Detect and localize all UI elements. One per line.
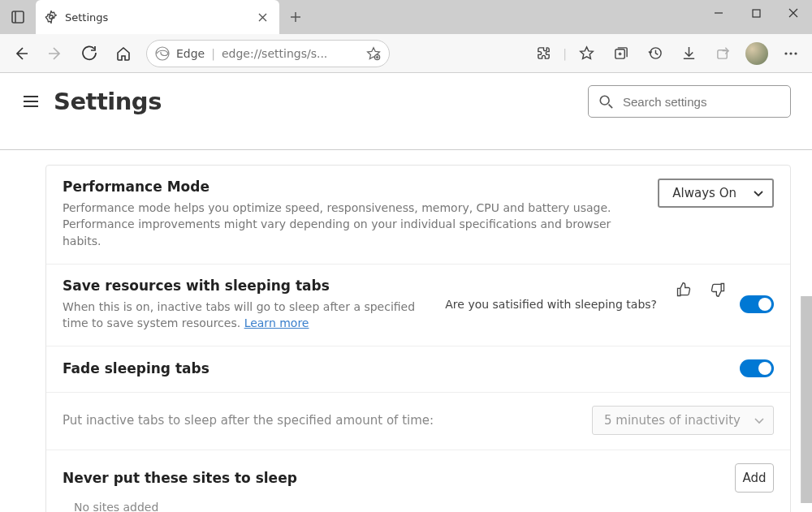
svg-point-3 (156, 47, 169, 60)
fade-tabs-toggle[interactable] (740, 359, 774, 377)
never-sleep-empty: No sites added (63, 493, 774, 512)
address-url: edge://settings/s... (222, 47, 355, 60)
sleeping-tabs-title: Save resources with sleeping tabs (63, 278, 435, 294)
favorites-button[interactable] (570, 39, 603, 68)
search-icon (598, 94, 613, 109)
svg-rect-0 (12, 11, 24, 23)
svg-point-10 (794, 52, 797, 54)
inactive-time-label: Put inactive tabs to sleep after the spe… (63, 413, 582, 428)
never-sleep-title: Never put these sites to sleep (63, 470, 725, 486)
new-tab-button[interactable] (279, 0, 312, 34)
add-site-button[interactable]: Add (735, 463, 774, 493)
downloads-button[interactable] (672, 39, 705, 68)
inactive-time-dropdown[interactable]: 5 minutes of inactivity (592, 406, 774, 435)
home-button[interactable] (107, 39, 140, 68)
tab-close-button[interactable] (253, 8, 271, 26)
performance-mode-desc: Performance mode helps you optimize spee… (63, 200, 647, 249)
fade-tabs-title: Fade sleeping tabs (63, 360, 730, 376)
svg-point-9 (789, 52, 792, 54)
settings-card: Performance Mode Performance mode helps … (45, 165, 791, 512)
svg-point-8 (784, 52, 787, 54)
maximize-button[interactable] (737, 0, 775, 26)
learn-more-link[interactable]: Learn more (244, 316, 309, 329)
svg-point-11 (600, 96, 609, 105)
browser-tab[interactable]: Settings (36, 0, 279, 34)
edge-logo-icon (155, 46, 170, 61)
collections-button[interactable] (0, 0, 36, 34)
settings-search-input[interactable] (623, 95, 780, 109)
thumbs-up-button[interactable] (672, 278, 696, 302)
forward-button[interactable] (39, 39, 71, 68)
performance-mode-title: Performance Mode (63, 179, 648, 195)
address-app-label: Edge (176, 47, 205, 60)
address-bar[interactable]: Edge | edge://settings/s... (146, 40, 390, 67)
favorite-button[interactable] (361, 46, 386, 61)
page-title: Settings (54, 88, 162, 115)
app-menu-button[interactable] (775, 39, 807, 68)
profile-avatar[interactable] (741, 39, 773, 68)
settings-menu-button[interactable] (16, 87, 45, 116)
share-button[interactable] (706, 39, 739, 68)
refresh-button[interactable] (73, 39, 106, 68)
collections-toolbar-button[interactable] (604, 39, 637, 68)
thumbs-down-button[interactable] (706, 278, 730, 302)
extensions-button[interactable] (527, 39, 559, 68)
gear-icon (44, 10, 58, 24)
feedback-question: Are you satisified with sleeping tabs? (445, 298, 657, 311)
sleeping-tabs-desc: When this is on, inactive tabs will go t… (63, 299, 435, 332)
close-window-button[interactable] (775, 0, 812, 26)
sleeping-tabs-toggle[interactable] (740, 295, 774, 313)
vertical-scrollbar[interactable] (801, 296, 812, 503)
settings-search[interactable] (588, 85, 791, 118)
history-button[interactable] (638, 39, 671, 68)
minimize-button[interactable] (700, 0, 737, 26)
performance-mode-dropdown[interactable]: Always On (658, 179, 774, 208)
back-button[interactable] (5, 39, 37, 68)
tab-title: Settings (65, 11, 247, 24)
chevron-down-icon (754, 415, 765, 426)
svg-rect-2 (753, 10, 760, 17)
chevron-down-icon (753, 187, 764, 199)
